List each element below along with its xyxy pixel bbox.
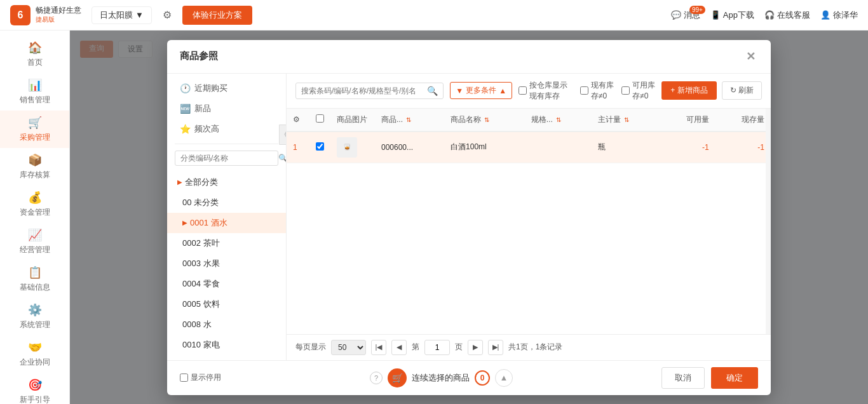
settings-icon[interactable]: ⚙ [293, 115, 300, 124]
td-image: 🥃 [330, 131, 375, 163]
sales-icon: 📊 [28, 78, 42, 92]
add-product-button[interactable]: + 新增商品 [661, 81, 716, 100]
confirm-button[interactable]: 确定 [711, 367, 758, 389]
cat-item-00[interactable]: 00 未分类 [167, 192, 286, 213]
messages-button[interactable]: 💬 消息 99+ [671, 10, 700, 21]
checkbox-warehouse-stock-input[interactable] [519, 86, 527, 95]
filter-label: 更多条件 [466, 85, 496, 96]
last-page-button[interactable]: ▶| [488, 340, 503, 355]
guide-icon: 🎯 [28, 378, 42, 392]
sidebar-item-inventory[interactable]: 📦 库存核算 [0, 148, 69, 185]
toolbar: 🔍 ▼ 更多条件 ▲ 按仓库显示现有库存 [287, 74, 771, 109]
trial-button[interactable]: 体验行业方案 [182, 6, 252, 25]
page-number-input[interactable] [424, 340, 450, 355]
cat-label-00: 00 未分类 [182, 197, 219, 208]
user-avatar[interactable]: 👤 徐泽华 [820, 10, 858, 21]
cart-button[interactable]: 🛒 [388, 368, 407, 387]
cat-item-0002[interactable]: 0002 茶叶 [167, 233, 286, 253]
sidebar-item-guide[interactable]: 🎯 新手引导 [0, 373, 69, 404]
checkbox-warehouse-stock-label: 按仓库显示现有库存 [529, 80, 573, 102]
sidebar-item-home[interactable]: 🏠 首页 [0, 36, 69, 73]
modal-header: 商品参照 ✕ [167, 40, 771, 74]
sidebar-item-collab[interactable]: 🤝 企业协同 [0, 335, 69, 373]
settings-icon[interactable]: ⚙ [157, 5, 177, 25]
th-code[interactable]: 商品... ⇅ [375, 109, 444, 131]
scrollbar[interactable] [766, 109, 771, 334]
cat-arrow-0001: ▶ [182, 219, 187, 226]
checkbox-nonzero-stock-input[interactable] [580, 86, 588, 95]
category-search-icon[interactable]: 🔍 [278, 154, 287, 163]
quick-filters: 🕐 近期购买 🆕 新品 ⭐ 频次高 [167, 74, 286, 141]
operation-icon: 📈 [28, 228, 42, 242]
td-code: 000600... [375, 131, 444, 163]
cat-item-all[interactable]: ▶ 全部分类 [167, 172, 286, 192]
checkbox-available-stock-input[interactable] [621, 86, 630, 95]
show-disabled-checkbox[interactable]: 显示停用 [180, 372, 221, 383]
star-icon: ⭐ [180, 124, 191, 134]
system-icon: ⚙️ [28, 303, 42, 317]
next-page-button[interactable]: ▶ [468, 340, 483, 355]
cat-item-0008[interactable]: 0008 水 [167, 314, 286, 335]
per-page-label: 每页显示 [295, 342, 326, 353]
cat-item-0010[interactable]: 0010 家电 [167, 335, 286, 355]
sidebar-label-purchase: 采购管理 [20, 132, 50, 143]
per-page-select[interactable]: 50 20 100 [331, 340, 366, 355]
prev-page-button[interactable]: ◀ [391, 340, 407, 355]
refresh-button[interactable]: ↻ 刷新 [722, 81, 762, 100]
cancel-button[interactable]: 取消 [661, 367, 705, 389]
th-spec[interactable]: 规格... ⇅ [525, 109, 592, 131]
quick-item-frequent[interactable]: ⭐ 频次高 [175, 119, 278, 138]
help-icon[interactable]: ? [370, 372, 383, 384]
first-page-button[interactable]: |◀ [371, 340, 386, 355]
modal-close-button[interactable]: ✕ [743, 49, 758, 64]
quick-item-new[interactable]: 🆕 新品 [175, 99, 278, 118]
cat-item-0001[interactable]: ▶ 0001 酒水 [167, 213, 286, 233]
product-table-body: 1 🥃 000600... 白酒100ml [287, 131, 771, 163]
show-disabled-input[interactable] [180, 374, 188, 382]
category-search-box: 🔍 [175, 151, 278, 166]
collab-icon: 🤝 [28, 340, 42, 354]
more-filter-button[interactable]: ▼ 更多条件 ▲ [450, 82, 512, 99]
cat-item-0005[interactable]: 0005 饮料 [167, 294, 286, 314]
message-icon: 💬 [671, 10, 681, 20]
collapse-cart-button[interactable]: ▲ [495, 369, 513, 387]
product-reference-modal: 商品参照 ✕ 《 🕐 近期购买 🆕 新品 [167, 40, 771, 395]
cat-item-0003[interactable]: 0003 水果 [167, 253, 286, 274]
online-service-button[interactable]: 🎧 在线客服 [764, 10, 810, 21]
select-all-checkbox[interactable] [316, 114, 324, 123]
checkbox-nonzero-stock-label: 现有库存≠0 [591, 80, 614, 102]
filter-icon: ▼ [456, 86, 463, 95]
sidebar-item-purchase[interactable]: 🛒 采购管理 [0, 111, 69, 148]
sidebar-item-system[interactable]: ⚙️ 系统管理 [0, 298, 69, 335]
app-download-button[interactable]: 📱 App下载 [710, 10, 754, 21]
checkbox-warehouse-stock[interactable]: 按仓库显示现有库存 [519, 80, 573, 102]
store-selector[interactable]: 日太阳膜 ▼ [92, 6, 152, 24]
th-name[interactable]: 商品名称 ⇅ [444, 109, 525, 131]
sidebar-label-home: 首页 [27, 57, 43, 68]
sidebar-item-finance[interactable]: 💰 资金管理 [0, 185, 69, 223]
sidebar-label-finance: 资金管理 [20, 207, 50, 218]
quick-item-recent[interactable]: 🕐 近期购买 [175, 79, 278, 98]
category-list: ▶ 全部分类 00 未分类 ▶ 0001 酒水 0002 茶叶 [167, 170, 286, 360]
th-checkbox [309, 109, 330, 131]
checkbox-available-stock[interactable]: 可用库存≠0 [621, 80, 655, 102]
cat-item-0004[interactable]: 0004 零食 [167, 274, 286, 294]
row-checkbox[interactable] [316, 142, 324, 151]
sidebar-item-operation[interactable]: 📈 经营管理 [0, 223, 69, 260]
th-unit[interactable]: 主计量 ⇅ [592, 109, 660, 131]
page-label: 第 [412, 342, 419, 353]
product-search-icon[interactable]: 🔍 [427, 86, 438, 96]
inventory-icon: 📦 [28, 153, 42, 167]
category-search-input[interactable] [180, 154, 276, 163]
sidebar-item-basic[interactable]: 📋 基础信息 [0, 260, 69, 298]
logo: 6 畅捷通好生意 捷易版 [10, 5, 81, 25]
checkbox-nonzero-stock[interactable]: 现有库存≠0 [580, 80, 614, 102]
page-suffix: 页 [455, 342, 463, 353]
product-search-input[interactable] [301, 86, 424, 95]
username: 徐泽华 [833, 10, 858, 21]
cat-label-0008: 0008 水 [182, 319, 212, 330]
sidebar-item-sales[interactable]: 📊 销售管理 [0, 73, 69, 111]
cat-label-0003: 0003 水果 [182, 258, 220, 269]
table-row[interactable]: 1 🥃 000600... 白酒100ml [287, 131, 771, 163]
collapse-panel-button[interactable]: 《 [279, 125, 287, 145]
